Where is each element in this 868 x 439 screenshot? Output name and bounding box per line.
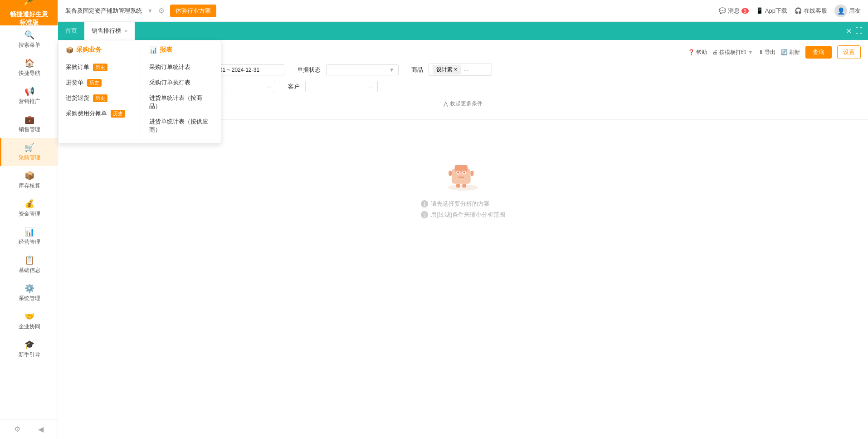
menu-item-inbound-stats-goods[interactable]: 进货单统计表（按商品） [149,90,214,114]
sidebar-item-system[interactable]: ⚙️ 系统管理 [0,279,58,307]
inbound-stats-supplier-label: 进货单统计表（按供应商） [149,118,214,134]
sidebar: 🍊 畅捷通好生意 标准版 🔍 搜索菜单 🏠 快捷导航 📢 营销推广 💼 销售管理… [0,0,58,439]
menu-item-purchase-order[interactable]: 采购订单 历史 [66,59,131,75]
logo-title: 畅捷通好生意 [10,10,48,19]
sidebar-item-newguide[interactable]: 🎓 新手引导 [0,335,58,363]
help-label: 帮助 [696,49,707,56]
svg-rect-2 [455,165,468,172]
tab-sales-rank[interactable]: 销售排行榜 × [84,22,135,40]
print-icon: 🖨 [712,49,718,55]
sidebar-label-newguide: 新手引导 [19,351,40,359]
sidebar-item-purchase[interactable]: 🛒 采购管理 [0,138,58,166]
sidebar-label-purchase: 采购管理 [19,154,40,162]
newguide-icon: 🎓 [24,340,34,350]
industry-solution-button[interactable]: 体验行业方案 [170,5,216,17]
empty-tip-2: 2 用[过滤]条件来缩小分析范围 [421,211,505,219]
menu-item-return[interactable]: 进货退货 历史 [66,90,131,106]
inventory-icon: 📦 [24,171,34,181]
menu-item-purchase-order-stats[interactable]: 采购订单统计表 [149,59,214,75]
help-icon: ❓ [688,49,695,55]
menu-item-purchase-expense[interactable]: 采购费用分摊单 历史 [66,106,131,121]
sidebar-label-finance: 资金管理 [19,210,40,218]
purchase-expense-label: 采购费用分摊单 [66,109,107,118]
tab-home-label: 首页 [65,27,77,35]
messages-icon: 💬 [719,7,726,14]
menu-section-purchase: 📦 采购业务 采购订单 历史 进货单 历史 进货退货 历史 采购费用分摊单 历史 [59,46,138,138]
tabbar-actions: ✕ ⛶ [846,27,868,35]
export-icon: ⬆ [759,49,763,55]
online-service-item[interactable]: 🎧 在线客服 [795,7,827,15]
inbound-badge: 历史 [87,79,102,87]
sidebar-item-finance[interactable]: 💰 资金管理 [0,194,58,222]
goods-label: 商品 [411,66,423,74]
sidebar-item-inventory[interactable]: 📦 库存核算 [0,166,58,194]
topbar-settings-icon[interactable]: ⚙ [158,6,165,15]
menu-item-inbound[interactable]: 进货单 历史 [66,75,131,90]
sidebar-item-search[interactable]: 🔍 搜索菜单 [0,25,58,54]
collapse-up-icon: ⋀ [444,101,448,107]
print-label: 按模板打印 [719,49,746,56]
close-tab-btn[interactable]: ✕ [846,27,852,35]
bill-status-label: 单据状态 [297,66,321,74]
tip-text-1: 请先选择要分析的方案 [431,200,490,208]
basicinfo-icon: 📋 [24,255,34,265]
export-btn[interactable]: ⬆ 导出 [759,49,775,56]
export-label: 导出 [765,49,775,56]
sales-icon: 💼 [24,114,34,124]
finance-icon: 💰 [24,199,34,209]
search-icon: 🔍 [24,30,34,40]
user-item[interactable]: 👤 用友 [834,5,861,17]
sidebar-item-marketing[interactable]: 📢 营销推广 [0,82,58,110]
print-btn[interactable]: 🖨 按模板打印 ▼ [712,49,753,56]
collapse-sidebar-btn[interactable]: ◀ [38,425,44,434]
menu-section-report: 📊 报表 采购订单统计表 采购订单执行表 进货单统计表（按商品） 进货单统计表（… [142,46,221,138]
sidebar-label-basicinfo: 基础信息 [19,266,40,274]
sidebar-item-basicinfo[interactable]: 📋 基础信息 [0,251,58,279]
inbound-label: 进货单 [66,79,83,87]
sidebar-item-quicknav[interactable]: 🏠 快捷导航 [0,54,58,82]
sidebar-bottom: ⚙ ◀ [0,419,58,439]
customer-label: 客户 [288,83,300,91]
svg-rect-8 [449,171,452,176]
operations-icon: 📊 [24,227,34,237]
purchase-order-label: 采购订单 [66,63,89,71]
tip-num-1: 1 [421,200,428,207]
sidebar-item-sales[interactable]: 💼 销售管理 [0,110,58,138]
purchase-order-exec-label: 采购订单执行表 [149,79,190,87]
goods-tag-label: 设计素 × [436,66,457,74]
tab-home[interactable]: 首页 [58,22,84,40]
return-label: 进货退货 [66,94,89,102]
app-download-icon: 📱 [756,7,763,14]
collapse-label: 收起更多条件 [450,100,483,108]
refresh-icon: 🔄 [781,49,788,55]
topbar-right: 💬 消息 9 📱 App下载 🎧 在线客服 👤 用友 [719,5,861,17]
settings-bottom-btn[interactable]: ⚙ [14,425,20,434]
svg-point-5 [457,172,459,173]
refresh-btn[interactable]: 🔄 刷新 [781,49,800,56]
sidebar-item-operations[interactable]: 📊 经营管理 [0,222,58,251]
help-btn[interactable]: ❓ 帮助 [688,49,707,56]
query-button[interactable]: 查询 [805,46,832,59]
app-download-item[interactable]: 📱 App下载 [756,7,787,15]
sidebar-label-marketing: 营销推广 [19,98,40,105]
print-dropdown-icon: ▼ [748,49,753,55]
salesperson-dots: ··· [266,83,271,90]
menu-item-purchase-order-exec[interactable]: 采购订单执行表 [149,75,214,90]
home-icon: 🏠 [24,58,34,68]
report-menu-icon: 📊 [149,46,157,54]
messages-badge: 9 [741,8,749,14]
menu-item-inbound-stats-supplier[interactable]: 进货单统计表（按供应商） [149,114,214,138]
goods-more-dots[interactable]: ··· [463,66,469,74]
customer-input[interactable]: ··· [305,81,378,92]
tip-text-2: 用[过滤]条件来缩小分析范围 [431,211,505,219]
topbar-dropdown-arrow[interactable]: ▼ [147,8,153,14]
fullscreen-btn[interactable]: ⛶ [855,27,863,35]
messages-item[interactable]: 💬 消息 9 [719,7,749,15]
purchase-order-stats-label: 采购订单统计表 [149,63,190,71]
settings-button[interactable]: 设置 [837,45,861,59]
marketing-icon: 📢 [24,86,34,96]
tab-close-icon[interactable]: × [125,28,127,34]
sidebar-item-cooperation[interactable]: 🤝 企业协同 [0,307,58,335]
purchase-menu-title-text: 采购业务 [76,46,102,54]
bill-status-select[interactable]: ▼ [326,64,399,75]
